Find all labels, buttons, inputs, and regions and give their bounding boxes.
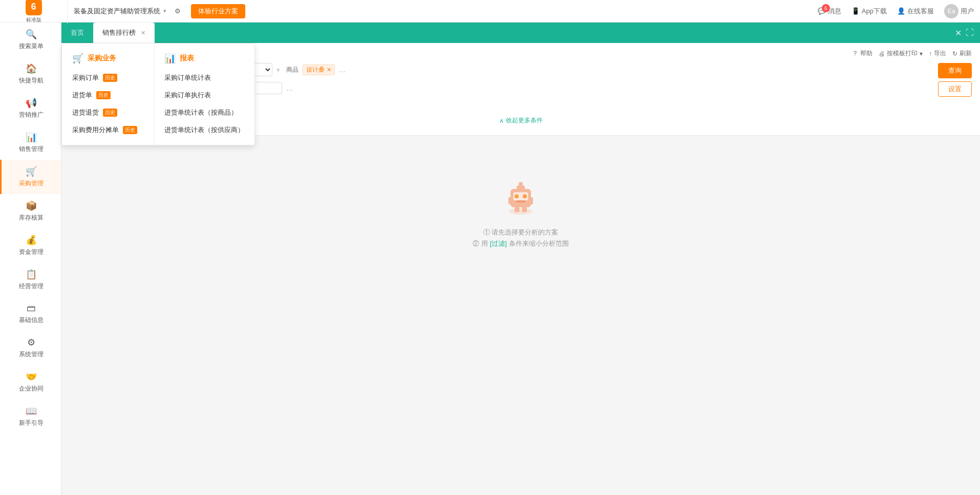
dropdown-item-goods-in-stat-supplier[interactable]: 进货单统计表（按供应商） <box>154 121 254 139</box>
sidebar-item-system[interactable]: ⚙ 系统管理 <box>0 331 61 365</box>
tab-bar: 首页 销售排行榜 ✕ ✕ ⛶ <box>61 23 980 43</box>
sidebar-label-operation: 经营管理 <box>19 282 44 291</box>
query-button[interactable]: 查询 <box>938 63 972 78</box>
tab-fullscreen-icon[interactable]: ⛶ <box>966 28 974 37</box>
sidebar-label-marketing: 营销推广 <box>19 111 44 119</box>
user-button[interactable]: Ea 用户 <box>944 4 974 18</box>
sidebar-item-guide[interactable]: 📖 新手引导 <box>0 399 61 434</box>
sidebar-item-finance[interactable]: 💰 资金管理 <box>0 228 61 263</box>
goods-tag-close[interactable]: ✕ <box>327 67 331 73</box>
system-icon: ⚙ <box>27 337 35 348</box>
sidebar: 🔍 搜索菜单 🏠 快捷导航 📢 营销推广 📊 销售管理 🛒 采购管理 📦 库存核… <box>0 23 61 495</box>
corp-icon: 🤝 <box>26 371 37 382</box>
dropdown-item-purchase-order[interactable]: 采购订单 历史 <box>62 69 154 87</box>
message-badge: 6 <box>822 4 830 12</box>
goods-in-badge: 历史 <box>96 91 111 99</box>
tab-home[interactable]: 首页 <box>61 23 93 43</box>
export-icon: ↑ <box>929 50 932 57</box>
doc-status-dropdown-icon: ▾ <box>276 66 280 74</box>
inventory-icon: 📦 <box>26 200 37 211</box>
service-icon: 👤 <box>897 7 905 15</box>
sidebar-item-purchase[interactable]: 🛒 采购管理 <box>0 160 61 194</box>
salesperson-more-btn[interactable]: … <box>286 84 293 92</box>
online-service-label: 在线客服 <box>907 7 934 16</box>
dropdown-item-goods-in-stat-goods[interactable]: 进货单统计表（按商品） <box>154 104 254 121</box>
tab-close-all-icon[interactable]: ✕ <box>955 28 962 38</box>
system-selector[interactable]: 装备及固定资产辅助管理系统 ▾ <box>74 7 166 16</box>
online-service-button[interactable]: 👤 在线客服 <box>897 7 934 16</box>
sidebar-item-search[interactable]: 🔍 搜索菜单 <box>0 23 61 57</box>
collapse-up-icon: ∧ <box>499 117 504 124</box>
tab-bar-actions: ✕ ⛶ <box>955 28 980 38</box>
print-dropdown-icon: ▾ <box>920 50 923 57</box>
report-col: 📊 报表 采购订单统计表 采购订单执行表 进货单统计表（按商品） 进货单统计表（… <box>154 44 254 145</box>
sidebar-item-corp[interactable]: 🤝 企业协同 <box>0 365 61 399</box>
dropdown-item-purchase-expense[interactable]: 采购费用分摊单 历史 <box>62 121 154 139</box>
sidebar-item-quick[interactable]: 🏠 快捷导航 <box>0 57 61 91</box>
operation-icon: 📋 <box>26 269 37 280</box>
refresh-button[interactable]: ↻ 刷新 <box>952 49 972 58</box>
sidebar-item-inventory[interactable]: 📦 库存核算 <box>0 194 61 228</box>
svg-rect-7 <box>530 197 533 204</box>
goods-in-stat-supplier-label: 进货单统计表（按供应商） <box>164 125 244 135</box>
export-label: 导出 <box>934 49 946 58</box>
chevron-down-icon: ▾ <box>163 8 166 14</box>
refresh-label: 刷新 <box>960 49 972 58</box>
industry-button[interactable]: 体验行业方案 <box>191 4 245 18</box>
svg-point-11 <box>519 182 523 186</box>
help-label: 帮助 <box>860 49 872 58</box>
print-template-button[interactable]: 🖨 按模板打印 ▾ <box>879 49 923 58</box>
goods-more-btn[interactable]: … <box>339 66 346 74</box>
dropdown-item-goods-return[interactable]: 进货退货 历史 <box>62 104 154 121</box>
purchase-col: 🛒 采购业务 采购订单 历史 进货单 历史 进货退货 历史 采购费用分摊单 历史 <box>62 44 154 145</box>
sidebar-item-marketing[interactable]: 📢 营销推广 <box>0 91 61 125</box>
settings-icon[interactable]: ⚙ <box>171 4 185 18</box>
svg-point-4 <box>523 194 527 198</box>
app-logo: 6 <box>26 0 42 15</box>
sidebar-label-finance: 资金管理 <box>19 248 44 256</box>
sidebar-label-sales: 销售管理 <box>19 145 44 154</box>
refresh-icon: ↻ <box>952 50 957 57</box>
tab-close-icon[interactable]: ✕ <box>141 30 145 36</box>
dropdown-item-purchase-order-stat[interactable]: 采购订单统计表 <box>154 69 254 87</box>
sidebar-item-basic[interactable]: 🗃 基础信息 <box>0 297 61 331</box>
help-icon: ？ <box>852 49 858 58</box>
sidebar-item-operation[interactable]: 📋 经营管理 <box>0 263 61 297</box>
dropdown-item-purchase-order-exec[interactable]: 采购订单执行表 <box>154 87 254 104</box>
purchase-order-label: 采购订单 <box>72 73 99 82</box>
user-label: 用户 <box>961 7 974 16</box>
sales-icon: 📊 <box>26 132 37 143</box>
marketing-icon: 📢 <box>26 97 37 109</box>
goods-tag-text: 设计桑 <box>306 66 325 74</box>
empty-state: ① 请先选择要分析的方案 ② 用 [过滤] 条件来缩小分析范围 <box>61 136 980 291</box>
sidebar-label-basic: 基础信息 <box>19 316 44 325</box>
sidebar-label-corp: 企业协同 <box>19 384 44 393</box>
collapse-label: 收起更多条件 <box>506 116 543 125</box>
goods-tag: 设计桑 ✕ <box>303 64 335 75</box>
svg-rect-8 <box>515 207 520 212</box>
goods-filter-row: 商品 设计桑 ✕ … <box>286 64 346 75</box>
sidebar-label-purchase: 采购管理 <box>19 179 44 188</box>
tab-sales-rank[interactable]: 销售排行榜 ✕ <box>93 23 155 43</box>
sidebar-item-sales[interactable]: 📊 销售管理 <box>0 125 61 160</box>
app-download-button[interactable]: 📱 App下载 <box>851 7 887 16</box>
message-button[interactable]: 💬 6 消息 <box>818 7 841 16</box>
purchase-header-icon: 🛒 <box>72 53 83 64</box>
goods-return-label: 进货退货 <box>72 108 99 117</box>
svg-rect-5 <box>516 200 525 202</box>
report-col-title: 报表 <box>180 54 194 63</box>
export-button[interactable]: ↑ 导出 <box>929 49 946 58</box>
app-download-label: App下载 <box>862 7 887 16</box>
dropdown-item-goods-in[interactable]: 进货单 历史 <box>62 87 154 104</box>
finance-icon: 💰 <box>26 234 37 246</box>
system-name: 装备及固定资产辅助管理系统 <box>74 7 160 16</box>
report-header-icon: 📊 <box>164 53 176 64</box>
basic-icon: 🗃 <box>27 303 36 314</box>
settings-button[interactable]: 设置 <box>938 81 972 97</box>
tab-sales-rank-label: 销售排行榜 <box>102 28 136 37</box>
header-right: 💬 6 消息 📱 App下载 👤 在线客服 Ea 用户 <box>818 4 974 18</box>
empty-hint-2: ② 用 [过滤] 条件来缩小分析范围 <box>473 239 568 248</box>
help-button[interactable]: ？ 帮助 <box>852 49 872 58</box>
print-icon: 🖨 <box>879 50 885 57</box>
tab-home-label: 首页 <box>71 28 84 37</box>
